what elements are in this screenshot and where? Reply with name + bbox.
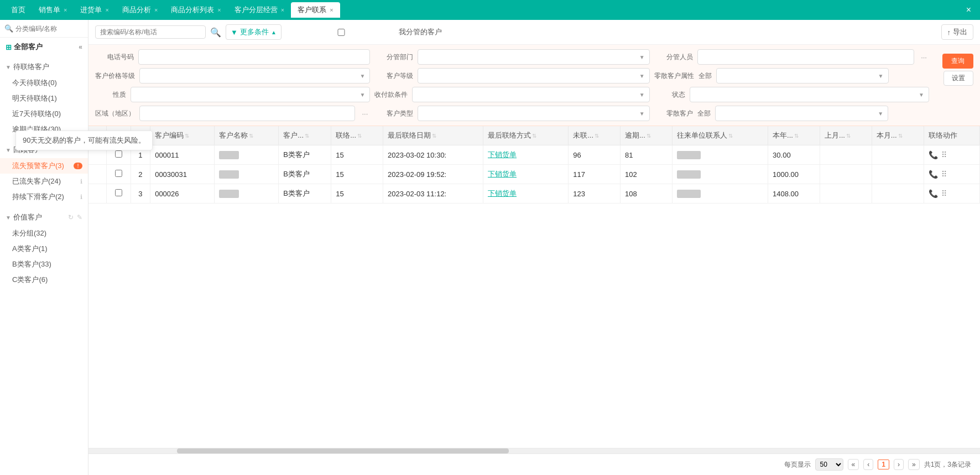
tab-product-analysis-close[interactable]: × [154, 7, 158, 13]
row-method-link-2[interactable]: 下销货单 [488, 189, 517, 197]
filter-scatter-customer-select[interactable]: ▼ [715, 106, 888, 121]
row-checkbox-input-2[interactable] [115, 189, 122, 196]
search-button[interactable]: 🔍 [210, 27, 221, 38]
filter-settings-button[interactable]: 设置 [943, 71, 973, 86]
horizontal-scrollbar[interactable] [88, 448, 980, 453]
more-conditions-button[interactable]: ▼ 更多条件 ▲ [226, 24, 282, 40]
sidebar-item-churn-warning[interactable]: 流失预警客户(3) ! [0, 158, 88, 174]
filter-customer-type-select[interactable]: ▼ [418, 106, 649, 121]
top-tabbar: 首页 销售单 × 进货单 × 商品分析 × 商品分析列表 × 客户分层经营 × … [0, 0, 980, 20]
row-year-2: 1408.00 [768, 184, 820, 203]
tab-product-analysis[interactable]: 商品分析 × [116, 2, 164, 18]
sort-contact-icon[interactable]: ⇅ [357, 133, 362, 139]
sort-date-icon[interactable]: ⇅ [432, 133, 436, 139]
sort-method-icon[interactable]: ⇅ [532, 133, 536, 139]
row-grid-icon-0[interactable]: ⠿ [941, 150, 947, 159]
window-close-button[interactable]: × [962, 3, 976, 17]
sort-overdue-icon[interactable]: ⇅ [647, 133, 651, 139]
sidebar-item-7days[interactable]: 近7天待联络(0) [0, 106, 88, 122]
sidebar-item-a-class[interactable]: A类客户(1) [0, 241, 88, 257]
chevron-down-icon-dept: ▼ [639, 54, 645, 60]
sidebar-group-value-label: 价值客户 [13, 212, 42, 222]
tab-customer-contact[interactable]: 客户联系 × [291, 2, 340, 18]
tab-customer-contact-close[interactable]: × [330, 7, 333, 13]
tab-home[interactable]: 首页 [4, 2, 32, 18]
tab-sales-label: 销售单 [39, 5, 60, 15]
sidebar-item-c-class[interactable]: C类客户(6) [0, 272, 88, 288]
tab-home-label: 首页 [11, 5, 25, 15]
tab-sales-close[interactable]: × [64, 7, 67, 13]
sidebar-group-value-title[interactable]: ▼ 价值客户 ↻ ✎ [0, 209, 88, 226]
sidebar-item-tomorrow[interactable]: 明天待联络(1) [0, 91, 88, 106]
tab-product-analysis-list[interactable]: 商品分析列表 × [164, 2, 227, 18]
info-icon: ℹ [80, 178, 82, 185]
row-unit-blurred-0 [677, 151, 701, 159]
sidebar-item-ungroup[interactable]: 未分组(32) [0, 226, 88, 241]
filter-region-dots[interactable]: ··· [359, 109, 370, 118]
sidebar-collapse-icon[interactable]: « [79, 43, 82, 51]
filter-nature-label: 性质 [95, 90, 126, 100]
row-this-month-2 [872, 184, 924, 203]
more-conditions-label: 更多条件 [240, 27, 269, 37]
tab-product-analysis-list-close[interactable]: × [217, 7, 221, 13]
row-settings-1 [88, 165, 106, 184]
sort-uncontacted-icon[interactable]: ⇅ [595, 133, 599, 139]
sort-this-month-icon[interactable]: ⇅ [898, 133, 903, 139]
sort-unit-icon[interactable]: ⇅ [728, 133, 733, 139]
sidebar-search-input[interactable] [15, 25, 88, 33]
refresh-icon[interactable]: ↻ [68, 213, 74, 221]
filter-person-dots[interactable]: ··· [919, 53, 929, 61]
row-phone-icon-0[interactable]: 📞 [929, 150, 938, 159]
tab-customer-segment[interactable]: 客户分层经营 × [228, 2, 291, 18]
my-customers-checkbox[interactable] [286, 29, 397, 36]
last-page-btn[interactable]: » [908, 459, 920, 470]
export-button[interactable]: ↑ 导出 [941, 24, 974, 40]
query-button[interactable]: 查询 [942, 54, 973, 69]
filter-row-1: 电话号码 分管部门 ▼ 分管人员 [95, 49, 929, 65]
row-checkbox-input-1[interactable] [115, 170, 122, 177]
next-page-btn[interactable]: › [894, 459, 904, 470]
sidebar-group-pending-title[interactable]: ▼ 待联络客户 [0, 59, 88, 75]
sort-year-icon[interactable]: ⇅ [794, 133, 799, 139]
first-page-btn[interactable]: « [848, 459, 859, 470]
sort-level-icon[interactable]: ⇅ [305, 133, 309, 139]
filter-dept-select[interactable]: ▼ [418, 49, 649, 65]
filter-payment-select[interactable]: ▼ [412, 87, 649, 102]
row-phone-icon-1[interactable]: 📞 [929, 170, 938, 179]
row-method-link-1[interactable]: 下销货单 [488, 170, 517, 178]
filter-nature-select[interactable]: ▼ [131, 87, 370, 102]
row-method-link-0[interactable]: 下销货单 [488, 150, 517, 159]
row-phone-icon-2[interactable]: 📞 [929, 189, 938, 198]
scrollbar-thumb[interactable] [177, 448, 509, 453]
sidebar-item-churned[interactable]: 已流失客户(24) ℹ [0, 174, 88, 189]
search-input[interactable] [95, 25, 206, 39]
tab-customer-segment-close[interactable]: × [281, 7, 284, 13]
pagination: 每页显示 50 100 « ‹ 1 › » 共1页，3条记录 [88, 453, 980, 475]
prev-page-btn[interactable]: ‹ [863, 459, 873, 470]
filter-customer-grade-select[interactable]: ▼ [418, 68, 649, 83]
row-checkbox-input-0[interactable] [115, 150, 122, 158]
sidebar-all-customers[interactable]: ⊞ 全部客户 « [0, 38, 88, 56]
sidebar-item-b-class[interactable]: B类客户(33) [0, 257, 88, 272]
tab-customer-contact-label: 客户联系 [298, 5, 326, 15]
chevron-down-icon: ▼ [6, 64, 11, 70]
tab-purchase-close[interactable]: × [105, 7, 108, 13]
filter-status-select[interactable]: ▼ [690, 87, 929, 102]
filter-price-grade-select[interactable]: ▼ [139, 68, 370, 83]
filter-person: 分管人员 ··· [654, 49, 929, 65]
sidebar-item-today[interactable]: 今天待联络(0) [0, 75, 88, 91]
sort-name-icon[interactable]: ⇅ [249, 133, 253, 139]
tab-purchase[interactable]: 进货单 × [74, 2, 115, 18]
filter-phone-input[interactable] [138, 49, 370, 65]
filter-person-input[interactable] [697, 49, 914, 65]
sort-last-month-icon[interactable]: ⇅ [846, 133, 851, 139]
row-grid-icon-1[interactable]: ⠿ [941, 170, 947, 179]
sort-code-icon[interactable]: ⇅ [185, 133, 189, 139]
edit-icon[interactable]: ✎ [77, 213, 82, 221]
row-grid-icon-2[interactable]: ⠿ [941, 189, 947, 198]
filter-region-input[interactable] [139, 106, 355, 121]
filter-scatter-attr-select[interactable]: ▼ [716, 68, 889, 83]
per-page-select[interactable]: 50 100 [815, 458, 843, 471]
tab-sales[interactable]: 销售单 × [32, 2, 74, 18]
sidebar-item-declining[interactable]: 持续下滑客户(2) ℹ [0, 189, 88, 205]
